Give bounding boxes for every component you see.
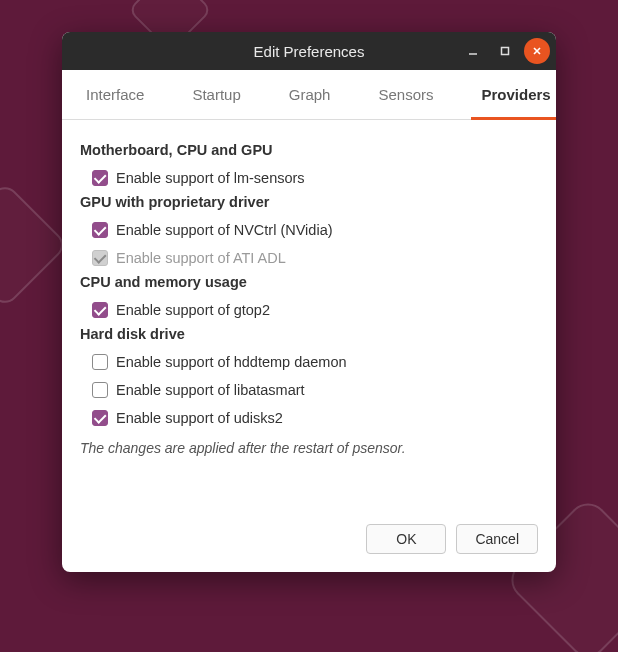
minimize-icon [467,45,479,57]
close-icon [531,45,543,57]
option-hddtemp: Enable support of hddtemp daemon [80,350,538,374]
checkbox-udisks2[interactable] [92,410,108,426]
option-lm-sensors: Enable support of lm-sensors [80,166,538,190]
checkbox-label: Enable support of udisks2 [116,410,283,426]
tab-content-providers: Motherboard, CPU and GPU Enable support … [62,120,556,464]
checkbox-ati-adl [92,250,108,266]
tab-providers[interactable]: Providers [471,70,556,120]
section-title-cpu-memory: CPU and memory usage [80,274,538,290]
option-nvctrl: Enable support of NVCtrl (NVidia) [80,218,538,242]
window-controls [460,38,550,64]
ok-button[interactable]: OK [366,524,446,554]
maximize-icon [499,45,511,57]
close-button[interactable] [524,38,550,64]
section-title-gpu-proprietary: GPU with proprietary driver [80,194,538,210]
dialog-footer: OK Cancel [62,464,556,572]
checkbox-hddtemp[interactable] [92,354,108,370]
option-udisks2: Enable support of udisks2 [80,406,538,430]
tab-startup[interactable]: Startup [182,70,250,120]
checkbox-label: Enable support of hddtemp daemon [116,354,347,370]
option-gtop2: Enable support of gtop2 [80,298,538,322]
checkbox-label: Enable support of ATI ADL [116,250,286,266]
restart-note: The changes are applied after the restar… [80,434,538,456]
titlebar[interactable]: Edit Preferences [62,32,556,70]
window-title: Edit Preferences [254,43,365,60]
svg-rect-1 [502,48,509,55]
wallpaper-decoration [0,181,69,308]
tab-sensors[interactable]: Sensors [368,70,443,120]
tab-bar: Interface Startup Graph Sensors Provider… [62,70,556,120]
checkbox-label: Enable support of gtop2 [116,302,270,318]
preferences-window: Edit Preferences Interface Startup Graph… [62,32,556,572]
checkbox-libatasmart[interactable] [92,382,108,398]
section-title-hdd: Hard disk drive [80,326,538,342]
checkbox-lm-sensors[interactable] [92,170,108,186]
tab-graph[interactable]: Graph [279,70,341,120]
maximize-button[interactable] [492,38,518,64]
checkbox-label: Enable support of NVCtrl (NVidia) [116,222,333,238]
checkbox-nvctrl[interactable] [92,222,108,238]
checkbox-label: Enable support of libatasmart [116,382,305,398]
minimize-button[interactable] [460,38,486,64]
section-title-motherboard: Motherboard, CPU and GPU [80,142,538,158]
checkbox-gtop2[interactable] [92,302,108,318]
tab-interface[interactable]: Interface [76,70,154,120]
checkbox-label: Enable support of lm-sensors [116,170,305,186]
cancel-button[interactable]: Cancel [456,524,538,554]
option-ati-adl: Enable support of ATI ADL [80,246,538,270]
option-libatasmart: Enable support of libatasmart [80,378,538,402]
